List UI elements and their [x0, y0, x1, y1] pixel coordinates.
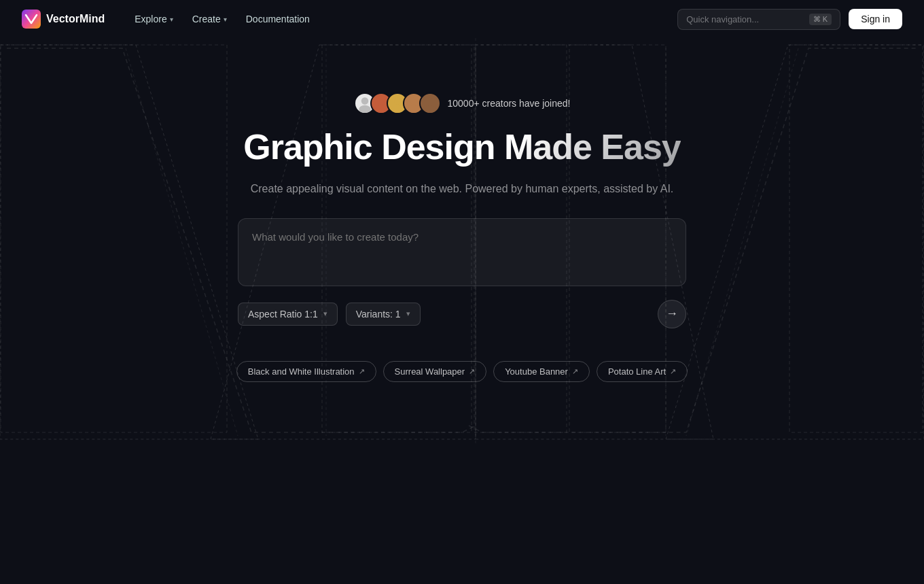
hero-subtitle: Create appealing visual content on the w… — [251, 180, 674, 198]
nav-right: Quick navigation... ⌘ K Sign in — [677, 9, 902, 30]
avatar-group — [354, 92, 441, 114]
chevron-down-icon: ▾ — [323, 309, 327, 318]
svg-rect-5 — [1, 45, 227, 432]
svg-point-18 — [375, 105, 387, 113]
nav-create[interactable]: Create ▾ — [184, 10, 235, 29]
create-textarea[interactable] — [238, 218, 686, 286]
logo-icon — [22, 10, 41, 29]
nav-links: Explore ▾ Create ▾ Documentation — [126, 10, 318, 29]
avatar — [419, 92, 441, 114]
chevron-down-icon: ▾ — [170, 16, 173, 23]
hero-title: Graphic Design Made Easy — [243, 128, 681, 167]
chevron-down-icon: ▾ — [406, 309, 410, 318]
variants-select[interactable]: Variants: 1 ▾ — [346, 303, 421, 326]
svg-point-21 — [410, 97, 417, 105]
arrow-icon: ↗ — [670, 367, 676, 376]
arrow-icon: ↗ — [359, 367, 365, 376]
search-placeholder: Quick navigation... — [686, 14, 759, 24]
arrow-icon: ↗ — [572, 367, 578, 376]
variants-label: Variants: 1 — [356, 309, 401, 320]
search-shortcut: ⌘ K — [809, 14, 832, 25]
aspect-ratio-label: Aspect Ratio 1:1 — [248, 309, 318, 320]
svg-point-16 — [359, 105, 371, 113]
chip-label: Surreal Wallpaper — [395, 366, 465, 377]
svg-point-24 — [424, 105, 436, 113]
chip-surreal-wallpaper[interactable]: Surreal Wallpaper ↗ — [383, 361, 487, 382]
svg-point-19 — [393, 97, 401, 105]
chip-label: Potato Line Art — [608, 366, 666, 377]
chip-label: Youtube Banner — [505, 366, 568, 377]
controls-row: Aspect Ratio 1:1 ▾ Variants: 1 ▾ → — [238, 300, 686, 328]
sign-in-button[interactable]: Sign in — [849, 9, 902, 29]
chevron-down-icon: ▾ — [224, 16, 227, 23]
svg-point-22 — [408, 105, 420, 113]
navbar: VectorMind Explore ▾ Create ▾ Documentat… — [0, 0, 924, 38]
nav-left: VectorMind Explore ▾ Create ▾ Documentat… — [22, 10, 318, 29]
svg-point-20 — [391, 105, 404, 113]
search-box[interactable]: Quick navigation... ⌘ K — [677, 9, 840, 30]
submit-button[interactable]: → — [658, 300, 686, 328]
svg-point-15 — [361, 97, 368, 105]
suggestion-chips: Black and White Illustration ↗ Surreal W… — [236, 361, 688, 382]
nav-documentation[interactable]: Documentation — [238, 10, 318, 29]
arrow-icon: ↗ — [469, 367, 475, 376]
chip-youtube-banner[interactable]: Youtube Banner ↗ — [493, 361, 590, 382]
hero-section: 10000+ creators have joined! Graphic Des… — [0, 38, 924, 528]
svg-point-23 — [426, 97, 433, 105]
svg-rect-0 — [22, 10, 41, 29]
chip-black-white-illustration[interactable]: Black and White Illustration ↗ — [236, 361, 376, 382]
chip-label: Black and White Illustration — [248, 366, 355, 377]
svg-rect-9 — [789, 45, 923, 432]
logo[interactable]: VectorMind — [22, 10, 105, 29]
social-proof-text: 10000+ creators have joined! — [448, 98, 571, 109]
hero-content: 10000+ creators have joined! Graphic Des… — [211, 92, 713, 382]
aspect-ratio-select[interactable]: Aspect Ratio 1:1 ▾ — [238, 303, 338, 326]
svg-point-17 — [377, 97, 385, 105]
nav-explore[interactable]: Explore ▾ — [126, 10, 181, 29]
logo-text: VectorMind — [46, 13, 105, 25]
social-proof: 10000+ creators have joined! — [354, 92, 571, 114]
create-input-area: Aspect Ratio 1:1 ▾ Variants: 1 ▾ → — [238, 218, 686, 328]
arrow-right-icon: → — [666, 307, 678, 321]
chip-potato-line-art[interactable]: Potato Line Art ↗ — [597, 361, 688, 382]
